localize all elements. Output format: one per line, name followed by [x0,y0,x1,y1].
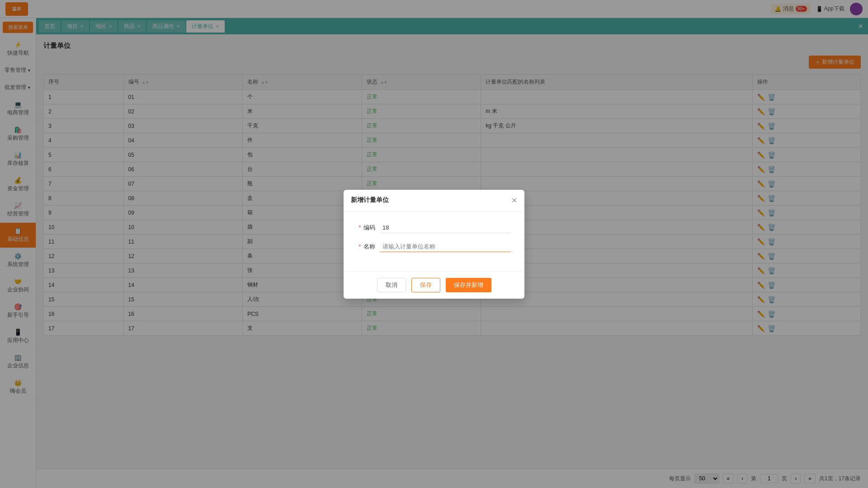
add-unit-dialog: 新增计量单位 ✕ * 编码 * 名称 取消 保存 保存并新增 [344,190,524,299]
required-star-code: * [359,224,361,231]
save-button[interactable]: 保存 [411,278,440,292]
code-input[interactable] [380,222,511,233]
name-label: * 名称 [357,243,375,251]
code-label: * 编码 [357,224,375,232]
dialog-title: 新增计量单位 [351,196,389,204]
modal-overlay: 新增计量单位 ✕ * 编码 * 名称 取消 保存 保存并新增 [0,0,868,488]
cancel-button[interactable]: 取消 [377,278,406,292]
form-row-code: * 编码 [357,222,511,233]
dialog-body: * 编码 * 名称 [344,211,524,271]
required-star-name: * [359,243,361,250]
dialog-footer: 取消 保存 保存并新增 [344,271,524,299]
save-and-new-button[interactable]: 保存并新增 [446,278,491,292]
form-row-name: * 名称 [357,241,511,252]
name-input[interactable] [380,241,511,252]
dialog-header: 新增计量单位 ✕ [344,190,524,211]
dialog-close-btn[interactable]: ✕ [511,196,517,205]
